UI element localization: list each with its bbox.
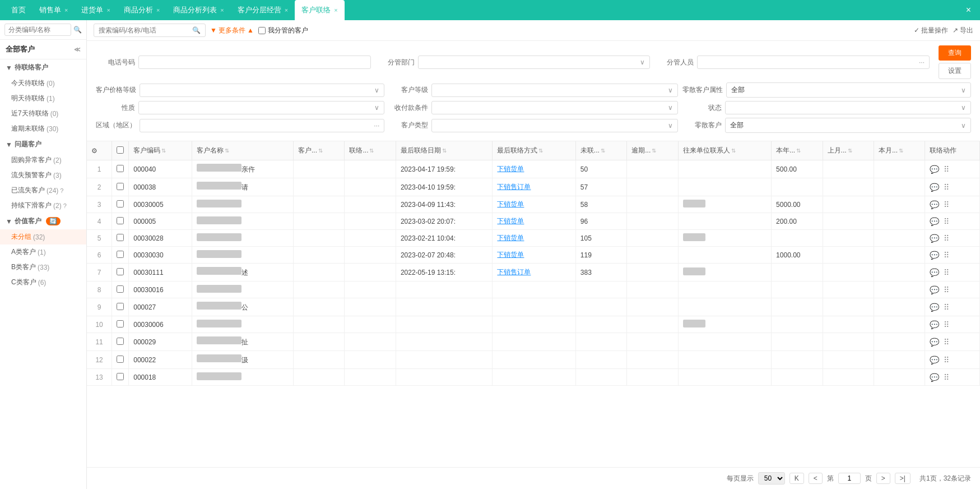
per-page-select[interactable]: 50 [758, 472, 785, 485]
row-checkbox[interactable] [117, 268, 124, 275]
close-analysis-list-icon[interactable]: × [220, 7, 224, 13]
sidebar-item-c-class[interactable]: C类客户 (6) [0, 275, 86, 290]
message-action-icon[interactable]: 💬 [930, 268, 939, 277]
row-checkbox[interactable] [117, 217, 124, 224]
next-page-button[interactable]: > [876, 473, 890, 484]
last-contact-way-link[interactable]: 下销货单 [497, 165, 524, 173]
customer-type-select[interactable]: ∨ [431, 119, 677, 132]
sidebar-item-b-class[interactable]: B类客户 (33) [0, 260, 86, 275]
close-sales-icon[interactable]: × [64, 7, 68, 13]
pending-contact-group[interactable]: ▼ 待联络客户 [0, 59, 86, 76]
more-action-icon[interactable]: ⠿ [944, 234, 949, 243]
row-checkbox[interactable] [117, 338, 124, 345]
row-checkbox[interactable] [117, 285, 124, 293]
status-select[interactable]: ∨ [725, 101, 971, 114]
last-contact-way-link[interactable]: 下销售订单 [497, 183, 531, 191]
phone-input[interactable] [138, 56, 371, 69]
select-all-checkbox[interactable] [117, 146, 124, 154]
more-action-icon[interactable]: ⠿ [944, 251, 949, 260]
nav-tab-sales[interactable]: 销售单 × [32, 0, 75, 20]
close-customer-tier-icon[interactable]: × [285, 7, 288, 13]
sidebar-item-abnormal[interactable]: 固购异常客户 (2) [0, 153, 86, 168]
more-action-icon[interactable]: ⠿ [944, 356, 949, 365]
close-purchase-icon[interactable]: × [106, 7, 110, 13]
close-analysis-icon[interactable]: × [156, 7, 160, 13]
message-action-icon[interactable]: 💬 [930, 356, 939, 365]
last-contact-way-link[interactable]: 下销售订单 [497, 268, 531, 276]
search-icon[interactable]: 🔍 [192, 26, 201, 34]
first-page-button[interactable]: K [789, 473, 804, 484]
message-action-icon[interactable]: 💬 [930, 183, 939, 192]
more-action-icon[interactable]: ⠿ [944, 373, 949, 382]
search-input[interactable] [99, 26, 192, 34]
more-action-icon[interactable]: ⠿ [944, 303, 949, 312]
message-action-icon[interactable]: 💬 [930, 165, 939, 174]
batch-operation-button[interactable]: ✓ 批量操作 [914, 26, 948, 35]
last-contact-way-link[interactable]: 下销货单 [497, 217, 524, 225]
row-checkbox[interactable] [117, 303, 124, 310]
close-customer-contact-icon[interactable]: × [334, 7, 337, 13]
page-input[interactable] [838, 473, 861, 484]
sidebar-item-tomorrow-pending[interactable]: 明天待联络 (1) [0, 91, 86, 106]
my-customers-checkbox[interactable]: 我分管的客户 [258, 26, 308, 35]
sidebar-item-overdue-pending[interactable]: 逾期未联络 (30) [0, 121, 86, 136]
message-action-icon[interactable]: 💬 [930, 234, 939, 243]
query-button[interactable]: 查询 [939, 45, 971, 61]
score-customers-group[interactable]: ▼ 价值客户 🔄 [0, 213, 86, 229]
more-action-icon[interactable]: ⠿ [944, 217, 949, 226]
nav-tab-analysis[interactable]: 商品分析 × [117, 0, 166, 20]
my-customers-input[interactable] [258, 27, 266, 34]
row-checkbox[interactable] [117, 320, 124, 327]
message-action-icon[interactable]: 💬 [930, 285, 939, 294]
more-action-icon[interactable]: ⠿ [944, 285, 949, 294]
more-action-icon[interactable]: ⠿ [944, 200, 949, 209]
last-page-button[interactable]: >| [895, 473, 911, 484]
message-action-icon[interactable]: 💬 [930, 303, 939, 312]
dept-select[interactable]: ∨ [418, 56, 651, 69]
message-action-icon[interactable]: 💬 [930, 320, 939, 329]
close-all-button[interactable]: × [962, 5, 976, 15]
message-action-icon[interactable]: 💬 [930, 338, 939, 347]
problem-customers-group[interactable]: ▼ 问题客户 [0, 136, 86, 153]
row-checkbox[interactable] [117, 251, 124, 258]
row-checkbox[interactable] [117, 200, 124, 207]
more-action-icon[interactable]: ⠿ [944, 165, 949, 174]
scatter-attr-select[interactable]: 全部 ∨ [726, 82, 971, 98]
message-action-icon[interactable]: 💬 [930, 373, 939, 382]
scatter-customer-select[interactable]: 全部 ∨ [725, 118, 971, 133]
last-contact-way-link[interactable]: 下销货单 [497, 234, 524, 242]
more-action-icon[interactable]: ⠿ [944, 338, 949, 347]
export-button[interactable]: ↗ 导出 [953, 26, 973, 35]
row-checkbox[interactable] [117, 373, 124, 380]
reset-button[interactable]: 设置 [939, 63, 971, 79]
prev-page-button[interactable]: < [809, 473, 823, 484]
nav-tab-customer-tier[interactable]: 客户分层经营 × [231, 0, 295, 20]
region-select[interactable]: ··· [140, 119, 384, 132]
last-contact-way-link[interactable]: 下销货单 [497, 200, 524, 208]
message-action-icon[interactable]: 💬 [930, 251, 939, 260]
customer-level-select[interactable]: ∨ [431, 84, 677, 97]
row-checkbox[interactable] [117, 234, 124, 241]
checkbox-column-header[interactable] [112, 141, 129, 160]
row-checkbox[interactable] [117, 183, 124, 190]
nav-tab-home[interactable]: 首页 [4, 0, 32, 20]
more-action-icon[interactable]: ⠿ [944, 320, 949, 329]
sidebar-item-ungroup[interactable]: 未分组 (32) [0, 229, 86, 245]
nav-tab-customer-contact[interactable]: 客户联络 × [295, 0, 344, 20]
all-customers-header[interactable]: 全部客户 ≪ [0, 40, 86, 59]
manager-select[interactable]: ··· [697, 56, 930, 69]
sidebar-item-7day-pending[interactable]: 近7天待联络 (0) [0, 106, 86, 121]
sidebar-item-declining[interactable]: 持续下滑客户 (2) ? [0, 198, 86, 213]
price-level-select[interactable]: ∨ [140, 84, 384, 97]
sidebar-item-today-pending[interactable]: 今天待联络 (0) [0, 76, 86, 91]
nature-select[interactable]: ∨ [138, 101, 384, 114]
sidebar-search-icon[interactable]: 🔍 [73, 26, 82, 34]
sidebar-item-churned[interactable]: 已流失客户 (24) ? [0, 183, 86, 198]
sidebar-item-churn-warning[interactable]: 流失预警客户 (3) [0, 168, 86, 183]
more-action-icon[interactable]: ⠿ [944, 183, 949, 192]
last-contact-way-link[interactable]: 下销货单 [497, 251, 524, 259]
message-action-icon[interactable]: 💬 [930, 217, 939, 226]
sidebar-item-a-class[interactable]: A类客户 (1) [0, 245, 86, 260]
more-conditions-button[interactable]: ▼ 更多条件 ▲ [210, 26, 254, 35]
nav-tab-analysis-list[interactable]: 商品分析列表 × [166, 0, 230, 20]
